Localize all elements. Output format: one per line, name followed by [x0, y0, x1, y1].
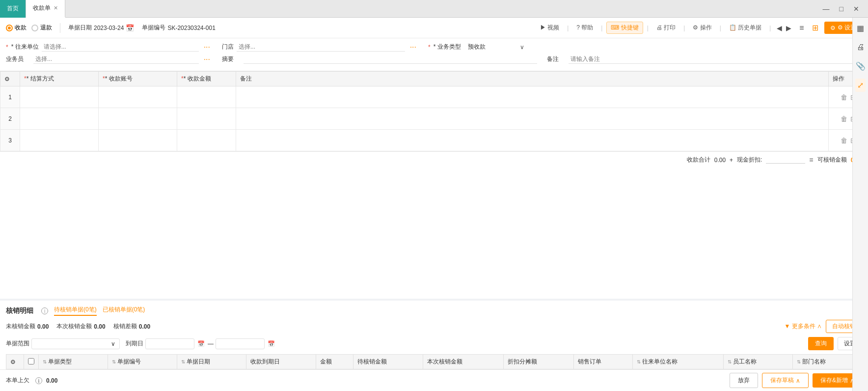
delete-icon-3[interactable]: 🗑	[841, 137, 847, 144]
bottom-actions: 放弃 保存草稿 ∧ 保存&新增 ∧	[730, 373, 862, 388]
shortcut-button[interactable]: ⌨ 快捷键	[606, 22, 643, 34]
video-button[interactable]: ▶ 视频	[536, 22, 563, 33]
sidebar-print-icon[interactable]: 🖨	[855, 41, 867, 54]
draft-button[interactable]: 保存草稿 ∧	[762, 373, 809, 388]
equals-sign: =	[809, 156, 813, 164]
calendar-from-icon[interactable]: 📅	[197, 340, 205, 347]
query-button[interactable]: 查询	[808, 337, 834, 350]
partner-field: * * 往来单位 ···	[6, 42, 212, 52]
store-input[interactable]	[237, 42, 405, 52]
table-header-settings[interactable]: ⚙	[0, 72, 20, 86]
row-amount-3[interactable]	[177, 130, 236, 151]
number-label: 单据编号	[142, 24, 165, 32]
discount-input[interactable]	[766, 156, 805, 164]
tab-close-icon[interactable]: ✕	[54, 5, 58, 11]
row-settle-2[interactable]	[20, 108, 99, 130]
data-table-section: ⚙ ** 结算方式 ** 收款账号 ** 收款金额 备注 操作 1	[0, 71, 868, 299]
row-account-3[interactable]	[99, 130, 177, 151]
staff-more-icon[interactable]: ···	[202, 55, 212, 64]
verify-header-discount: 折扣分摊额	[504, 355, 573, 369]
prev-arrow[interactable]: ◀	[775, 23, 784, 33]
select-all-checkbox[interactable]	[28, 358, 34, 364]
delete-icon-2[interactable]: 🗑	[841, 115, 847, 123]
row-remark-2[interactable]	[236, 108, 829, 130]
tab-home[interactable]: 首页	[0, 0, 26, 18]
row-remark-3[interactable]	[236, 130, 829, 151]
remark-input[interactable]	[569, 55, 862, 64]
row-amount-2[interactable]	[177, 108, 236, 130]
partner-required: *	[6, 44, 8, 51]
per-order-info-icon[interactable]: ℹ	[35, 377, 42, 384]
row-amount-1[interactable]	[177, 86, 236, 108]
form-section: * * 往来单位 ··· 门店 ··· * * 业务类型 预收款 ∨ 业务	[0, 38, 868, 71]
staff-input[interactable]	[33, 55, 199, 64]
verify-tab-pending[interactable]: 待核销单据(0笔)	[54, 306, 97, 316]
window-controls: — □ ✕	[820, 4, 868, 14]
bottom-bar: 本单上欠 ℹ 0.00 放弃 保存草稿 ∧ 保存&新增 ∧	[0, 369, 868, 391]
verify-header-gear[interactable]: ⚙	[6, 355, 24, 369]
history-button[interactable]: 📋 历史单据	[725, 22, 765, 33]
range-select[interactable]: ∨	[31, 338, 120, 349]
date-range-sep: —	[208, 340, 214, 347]
uncancelled-label: 未核销金额	[6, 322, 35, 331]
sidebar-table-icon[interactable]: ▦	[855, 22, 866, 35]
form-row-1: * * 往来单位 ··· 门店 ··· * * 业务类型 预收款 ∨	[6, 42, 862, 52]
verify-info-icon[interactable]: i	[41, 307, 48, 314]
receipt-radio[interactable]: 收款	[6, 24, 27, 32]
abandon-button[interactable]: 放弃	[730, 373, 758, 388]
row-account-1[interactable]	[99, 86, 177, 108]
verify-header-checkbox	[24, 355, 39, 369]
sidebar-expand-icon[interactable]: ⤢	[855, 79, 866, 92]
staff-field: 业务员 ···	[6, 55, 212, 64]
row-remark-1[interactable]	[236, 86, 829, 108]
toolbar-actions: ▶ 视频 | ? 帮助 | ⌨ 快捷键 | 🖨 打印 | ⚙ 操作 | 📋 历史…	[536, 22, 862, 34]
help-button[interactable]: ? 帮助	[572, 22, 597, 33]
partner-more-icon[interactable]: ···	[202, 43, 212, 52]
calendar-to-icon[interactable]: 📅	[268, 340, 275, 347]
partner-input[interactable]	[42, 42, 199, 52]
bottom-left: 本单上欠 ℹ 0.00	[6, 376, 57, 385]
more-conditions-button[interactable]: ▼ 更多条件 ∧	[784, 322, 822, 331]
refund-radio[interactable]: 退款	[31, 24, 52, 32]
verify-header-partner: ⇅ 往来单位名称	[632, 355, 723, 369]
net-label: 可核销金额	[817, 156, 847, 164]
grid-view-icon[interactable]: ⊞	[810, 22, 820, 33]
verify-header-current: 本次核销金额	[423, 355, 504, 369]
uncancelled-value: 0.00	[37, 323, 49, 330]
list-view-icon[interactable]: ≡	[797, 23, 806, 33]
close-button[interactable]: ✕	[850, 4, 862, 14]
maximize-button[interactable]: □	[837, 4, 846, 14]
row-settle-3[interactable]	[20, 130, 99, 151]
operation-button[interactable]: ⚙ 操作	[689, 22, 715, 33]
next-arrow[interactable]: ▶	[784, 23, 793, 33]
calendar-icon[interactable]: 📅	[126, 24, 134, 32]
refund-radio-label: 退款	[40, 24, 52, 32]
business-type-arrow[interactable]: ∨	[520, 44, 524, 51]
business-type-required: *	[428, 44, 431, 51]
per-order-label: 本单上欠	[6, 376, 29, 385]
table-row: 1 🗑 ⊞	[0, 86, 868, 108]
tab-receipt-label: 收款单	[33, 4, 51, 12]
delete-icon-1[interactable]: 🗑	[841, 93, 847, 101]
sidebar-attachment-icon[interactable]: 📎	[854, 59, 868, 73]
total-label: 收款合计	[687, 156, 710, 164]
tab-receipt[interactable]: 收款单 ✕	[26, 0, 65, 18]
date-value: 2023-03-24	[94, 25, 124, 31]
verify-tab-done[interactable]: 已核销单据(0笔)	[103, 306, 145, 316]
summary-input[interactable]	[244, 55, 537, 64]
range-select-arrow: ∨	[111, 340, 115, 347]
print-button[interactable]: 🖨 打印	[652, 22, 679, 33]
verify-filters: 单据范围 ∨ 到期日 2022-04-01 📅 — 2022-04-12 📅 查…	[6, 337, 862, 350]
number-value: SK-20230324-001	[167, 25, 215, 31]
due-to-input[interactable]: 2022-04-12	[216, 338, 265, 349]
number-field: 单据编号 SK-20230324-001	[142, 24, 215, 32]
row-account-2[interactable]	[99, 108, 177, 130]
per-order-value: 0.00	[46, 377, 57, 384]
store-more-icon[interactable]: ···	[408, 43, 418, 52]
current-label: 本次核销金额	[56, 322, 92, 331]
stat-current: 本次核销金额 0.00	[56, 322, 105, 331]
row-settle-1[interactable]	[20, 86, 99, 108]
stat-diff: 核销差额 0.00	[113, 322, 150, 331]
due-from-input[interactable]: 2022-04-01	[145, 338, 194, 349]
minimize-button[interactable]: —	[820, 4, 833, 14]
